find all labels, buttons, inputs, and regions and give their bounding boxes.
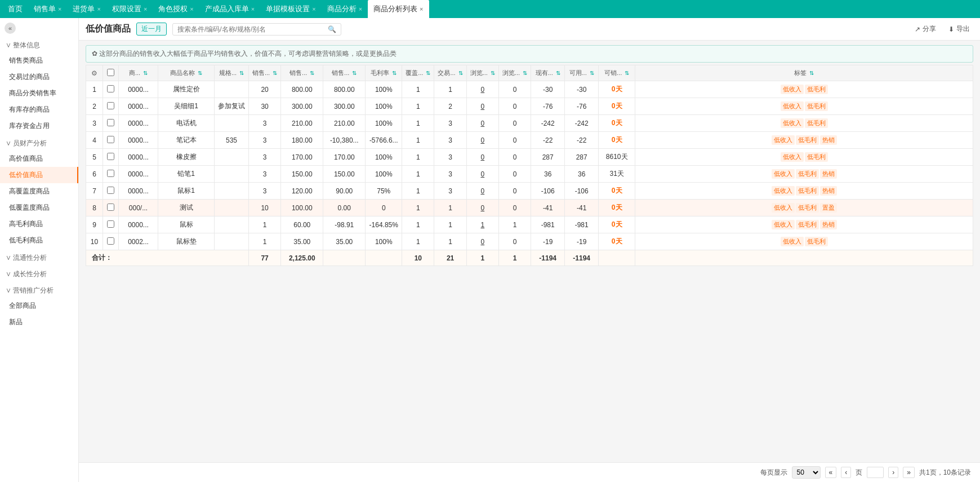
sidebar-item-有库存的商品[interactable]: 有库存的商品 (0, 101, 78, 118)
table-row: 50000...橡皮擦3170.00170.00100%130028728786… (86, 149, 973, 166)
sidebar-item-交易过的商品[interactable]: 交易过的商品 (0, 69, 78, 85)
row-sellable: 31天 (599, 166, 635, 183)
sidebar-item-销售类商品[interactable]: 销售类商品 (0, 52, 78, 69)
col-browse1[interactable]: 浏览... ⇅ (466, 65, 498, 81)
col-name[interactable]: 商品名称 ⇅ (158, 65, 215, 81)
row-checkbox[interactable] (103, 149, 119, 166)
row-sale-amt: 120.00 (281, 183, 323, 200)
sidebar-item-全部商品[interactable]: 全部商品 (0, 298, 78, 314)
first-page-btn[interactable]: « (825, 467, 837, 478)
row-spec (215, 183, 249, 200)
col-sale-amt[interactable]: 销售... ⇅ (281, 65, 323, 81)
page-header: 低价值商品 近一月 🔍 ↗ 分享 ⬇ 导出 (79, 18, 980, 41)
row-browse2: 0 (498, 132, 531, 149)
col-gross-rate[interactable]: 毛利率 ⇅ (366, 65, 402, 81)
col-settings[interactable]: ⚙ (86, 65, 103, 81)
nav-close-icon[interactable]: × (420, 6, 423, 12)
nav-close-icon[interactable]: × (190, 6, 193, 12)
sidebar-group-∨ 员财产分析[interactable]: ∨ 员财产分析 (0, 134, 78, 151)
sidebar-collapse-btn[interactable]: « (5, 23, 16, 34)
table-wrapper[interactable]: ⚙ 商... ⇅ 商品名称 ⇅ 规格... ⇅ 销售... ⇅ 销售... ⇅ … (86, 65, 973, 462)
nav-item-首页[interactable]: 首页 (2, 0, 28, 18)
nav-item-商品分析[interactable]: 商品分析× (322, 0, 368, 18)
row-checkbox[interactable] (103, 200, 119, 216)
nav-close-icon[interactable]: × (251, 6, 255, 12)
tag-低毛利: 低毛利 (805, 118, 828, 128)
sidebar-item-商品分类销售率[interactable]: 商品分类销售率 (0, 85, 78, 101)
row-gross-rate: 0 (366, 200, 402, 216)
sidebar-group-∨ 整体信息[interactable]: ∨ 整体信息 (0, 36, 78, 52)
row-checkbox[interactable] (103, 81, 119, 98)
row-checkbox[interactable] (103, 115, 119, 132)
nav-close-icon[interactable]: × (144, 6, 147, 12)
sidebar-item-低覆盖度商品[interactable]: 低覆盖度商品 (0, 200, 78, 216)
page-input[interactable]: 1 (867, 467, 884, 478)
col-coverage[interactable]: 覆盖... ⇅ (402, 65, 434, 81)
col-available[interactable]: 可用... ⇅ (565, 65, 599, 81)
col-sale-qty[interactable]: 销售... ⇅ (249, 65, 281, 81)
col-tags[interactable]: 标签 ⇅ (635, 65, 973, 81)
sidebar-item-库存资金占用[interactable]: 库存资金占用 (0, 118, 78, 134)
row-trade: 1 (434, 216, 466, 233)
row-trade: 3 (434, 132, 466, 149)
nav-close-icon[interactable]: × (359, 6, 362, 12)
row-checkbox[interactable] (103, 233, 119, 250)
sidebar-group-∨ 成长性分析[interactable]: ∨ 成长性分析 (0, 265, 78, 281)
nav-item-角色授权[interactable]: 角色授权× (153, 0, 199, 18)
table-row: 100002...鼠标垫135.0035.00100%1100-19-190天低… (86, 233, 973, 250)
sidebar-item-新品[interactable]: 新品 (0, 314, 78, 330)
sidebar-item-高覆盖度商品[interactable]: 高覆盖度商品 (0, 183, 78, 200)
row-sale-profit: 90.00 (323, 183, 366, 200)
nav-item-产成品入库单[interactable]: 产成品入库单× (199, 0, 260, 18)
row-available: -76 (565, 98, 599, 115)
sidebar-item-低价值商品[interactable]: 低价值商品 (0, 167, 78, 183)
row-sale-amt: 210.00 (281, 115, 323, 132)
nav-close-icon[interactable]: × (312, 6, 315, 12)
sidebar-item-低毛利商品[interactable]: 低毛利商品 (0, 232, 78, 249)
row-checkbox[interactable] (103, 183, 119, 200)
row-browse1: 0 (466, 81, 498, 98)
next-page-btn[interactable]: › (888, 467, 898, 478)
nav-item-商品分析列表[interactable]: 商品分析列表× (368, 0, 429, 18)
row-name: 测试 (158, 200, 215, 216)
col-spec[interactable]: 规格... ⇅ (215, 65, 249, 81)
search-icon[interactable]: 🔍 (328, 25, 336, 33)
nav-item-销售单[interactable]: 销售单× (28, 0, 67, 18)
row-code: 0000... (119, 81, 158, 98)
sidebar-item-高毛利商品[interactable]: 高毛利商品 (0, 216, 78, 232)
sidebar-item-高价值商品[interactable]: 高价值商品 (0, 151, 78, 167)
nav-close-icon[interactable]: × (97, 6, 100, 12)
row-browse2: 0 (498, 98, 531, 115)
export-button[interactable]: ⬇ 导出 (945, 23, 973, 36)
row-sale-profit: 150.00 (323, 166, 366, 183)
prev-page-btn[interactable]: ‹ (841, 467, 851, 478)
sidebar-group-∨ 营销推广分析[interactable]: ∨ 营销推广分析 (0, 281, 78, 298)
share-button[interactable]: ↗ 分享 (911, 23, 939, 36)
row-tags: 低收入低毛利热销 (635, 166, 973, 183)
row-trade: 1 (434, 81, 466, 98)
row-available: -41 (565, 200, 599, 216)
nav-item-进货单[interactable]: 进货单× (67, 0, 106, 18)
col-sale-profit[interactable]: 销售... ⇅ (323, 65, 366, 81)
row-checkbox[interactable] (103, 98, 119, 115)
row-checkbox[interactable] (103, 166, 119, 183)
col-trade[interactable]: 交易... ⇅ (434, 65, 466, 81)
tag-低毛利: 低毛利 (796, 135, 819, 145)
nav-item-权限设置[interactable]: 权限设置× (106, 0, 153, 18)
sidebar-group-∨ 流通性分析[interactable]: ∨ 流通性分析 (0, 249, 78, 265)
row-checkbox[interactable] (103, 132, 119, 149)
col-code[interactable]: 商... ⇅ (119, 65, 158, 81)
col-browse2[interactable]: 浏览... ⇅ (498, 65, 531, 81)
row-current: -242 (531, 115, 565, 132)
time-tag[interactable]: 近一月 (136, 23, 167, 36)
row-checkbox[interactable] (103, 216, 119, 233)
col-current[interactable]: 现有... ⇅ (531, 65, 565, 81)
col-checkbox[interactable] (103, 65, 119, 81)
search-input[interactable] (177, 25, 324, 33)
per-page-select[interactable]: 50 100 200 (792, 466, 821, 479)
last-page-btn[interactable]: » (903, 467, 915, 478)
nav-close-icon[interactable]: × (58, 6, 61, 12)
col-sellable[interactable]: 可销... ⇅ (599, 65, 635, 81)
tag-低收入: 低收入 (772, 135, 795, 145)
nav-item-单据模板设置[interactable]: 单据模板设置× (260, 0, 321, 18)
